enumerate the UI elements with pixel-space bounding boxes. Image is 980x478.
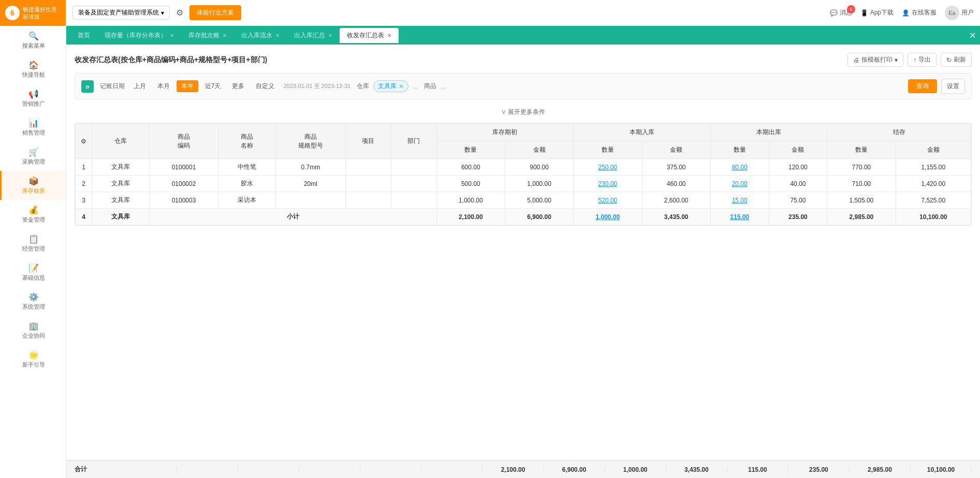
- date-btn-本月[interactable]: 本月: [153, 80, 174, 92]
- expand-more-btn[interactable]: ∨ 展开更多条件: [501, 108, 545, 117]
- user-action[interactable]: Ea 用户: [945, 6, 974, 20]
- sidebar-item-inventory[interactable]: 📦库存核算: [0, 171, 66, 200]
- warehouse-tag-close[interactable]: ✕: [399, 83, 404, 90]
- tab-close-batch-accounts[interactable]: ✕: [223, 33, 227, 38]
- base-info-icon: 📝: [28, 263, 39, 273]
- app-download-action[interactable]: 📱 App下载: [860, 8, 894, 17]
- date-btn-本年[interactable]: 本年: [177, 80, 198, 92]
- date-btn-更多[interactable]: 更多: [227, 80, 249, 92]
- system-select[interactable]: 装备及固定资产辅助管理系统 ▾: [72, 6, 170, 20]
- cell-out-qty[interactable]: 15.00: [710, 192, 769, 209]
- th-settings[interactable]: ⚙: [76, 124, 92, 159]
- th-product-code: 商品编码: [150, 124, 218, 159]
- tabs-bar: 首页现存量（库存分布表）✕库存批次账✕出入库流水✕出入库汇总✕收发存汇总表✕✕: [66, 26, 980, 45]
- message-icon: 💬: [830, 9, 838, 17]
- date-filter-buttons: 上月本月本年近7天更多自定义: [129, 80, 280, 92]
- tab-close-inout-flow[interactable]: ✕: [275, 33, 280, 38]
- sidebar-logo: 6 畅捷通好生意 标准版: [0, 0, 66, 26]
- refresh-icon: ↻: [946, 56, 952, 64]
- enterprise-icon: 🏢: [28, 321, 39, 331]
- sidebar-item-quick-nav[interactable]: 🏠快捷导航: [0, 55, 66, 84]
- filter-expand-btn[interactable]: »: [81, 80, 94, 93]
- tab-label-inout-flow: 出入库流水: [241, 31, 272, 40]
- tab-close-inventory-distribution[interactable]: ✕: [170, 33, 174, 38]
- sidebar-item-purchase[interactable]: 🛒采购管理: [0, 142, 66, 171]
- date-btn-自定义[interactable]: 自定义: [251, 80, 279, 92]
- tab-home[interactable]: 首页: [70, 28, 97, 43]
- sidebar-item-search[interactable]: 🔍搜索菜单: [0, 26, 66, 55]
- date-btn-上月[interactable]: 上月: [129, 80, 151, 92]
- cell-in-amount: 2,600.00: [642, 192, 710, 209]
- cell-out-qty[interactable]: 80.00: [710, 159, 769, 176]
- cell-in-qty[interactable]: 230.00: [574, 176, 642, 192]
- query-btn[interactable]: 查询: [908, 79, 937, 93]
- commodity-filter-section: 商品 ...: [424, 82, 446, 91]
- cell-product-code: 0100001: [150, 159, 218, 176]
- filter-bar: » 记账日期 上月本月本年近7天更多自定义 2023-01-01 至 2023-…: [75, 73, 972, 99]
- cell-opening-amount: 1,000.00: [505, 176, 573, 192]
- tab-close-receive-send-summary[interactable]: ✕: [387, 33, 391, 38]
- chevron-down-icon: ▾: [895, 56, 898, 64]
- footer-placeholder-5: [360, 466, 421, 473]
- settings-icon[interactable]: ⚙: [176, 8, 183, 18]
- message-action[interactable]: 💬 消息 6: [830, 8, 852, 17]
- cell-product-name: 采访本: [218, 192, 275, 209]
- system-icon: ⚙️: [28, 292, 39, 302]
- sidebar-item-newbie[interactable]: 🌟新手引导: [0, 345, 66, 374]
- cell-department: [391, 176, 436, 192]
- cell-product-name: 胶水: [218, 176, 275, 192]
- print-icon: 🖨: [853, 56, 859, 64]
- page-title: 收发存汇总表(按仓库+商品编码+商品+规格型号+项目+部门): [75, 55, 267, 65]
- tab-inventory-distribution[interactable]: 现存量（库存分布表）✕: [97, 28, 181, 43]
- expand-more-label: ∨ 展开更多条件: [501, 108, 545, 117]
- cell-subtotal-label: 小计: [150, 209, 436, 225]
- cell-subtotal-out-qty[interactable]: 115.00: [710, 209, 769, 225]
- tab-receive-send-summary[interactable]: 收发存汇总表✕: [340, 28, 399, 43]
- tabs-close-all[interactable]: ✕: [969, 31, 976, 40]
- th-balance-group: 结存: [827, 124, 971, 141]
- sidebar-item-operations[interactable]: 📋经营管理: [0, 229, 66, 258]
- cell-in-qty[interactable]: 520.00: [574, 192, 642, 209]
- filter-settings-btn[interactable]: 设置: [941, 79, 965, 94]
- tab-close-inout-summary[interactable]: ✕: [328, 33, 332, 38]
- sidebar-item-marketing[interactable]: 📢营销推广: [0, 84, 66, 113]
- online-service-action[interactable]: 👤 在线客服: [902, 8, 937, 17]
- warehouse-tag[interactable]: 文具库 ✕: [373, 80, 408, 92]
- trial-btn[interactable]: 体验行业方案: [189, 5, 241, 20]
- newbie-icon: 🌟: [28, 350, 39, 360]
- tab-inout-flow[interactable]: 出入库流水✕: [234, 28, 287, 43]
- commodity-more[interactable]: ...: [441, 83, 446, 90]
- th-out-qty: 数量: [710, 141, 769, 159]
- cell-out-amount: 40.00: [769, 176, 827, 192]
- sidebar-item-label-quick-nav: 快捷导航: [22, 71, 45, 79]
- export-btn[interactable]: ↑ 导出: [908, 53, 937, 67]
- cell-subtotal-in-amount: 3,435.00: [642, 209, 710, 225]
- sidebar-item-finance[interactable]: 💰资金管理: [0, 200, 66, 229]
- cell-in-qty[interactable]: 250.00: [574, 159, 642, 176]
- cell-warehouse: 文具库: [92, 159, 150, 176]
- date-btn-近7天[interactable]: 近7天: [200, 80, 226, 92]
- chevron-down-icon: ▾: [161, 9, 164, 17]
- print-btn[interactable]: 🖨 按模板打印 ▾: [847, 53, 903, 67]
- footer-in-qty: 1,000.00: [605, 466, 666, 473]
- tab-inout-summary[interactable]: 出入库汇总✕: [287, 28, 340, 43]
- app-download-label: App下载: [870, 8, 894, 17]
- sidebar-item-base-info[interactable]: 📝基础信息: [0, 258, 66, 287]
- footer-cells: 2,100.00 6,900.00 1,000.00 3,435.00 115.…: [116, 466, 972, 473]
- tab-batch-accounts[interactable]: 库存批次账✕: [181, 28, 234, 43]
- footer-balance-qty: 2,985.00: [850, 466, 911, 473]
- system-title: 装备及固定资产辅助管理系统: [78, 8, 159, 17]
- sidebar-item-sales[interactable]: 📊销售管理: [0, 113, 66, 142]
- th-current-in-group: 本期入库: [574, 124, 711, 141]
- sidebar-item-enterprise[interactable]: 🏢企业协同: [0, 316, 66, 345]
- refresh-btn[interactable]: ↻ 刷新: [941, 53, 972, 67]
- warehouse-more[interactable]: ...: [413, 83, 418, 90]
- cell-department: [391, 159, 436, 176]
- sidebar-item-system[interactable]: ⚙️系统管理: [0, 287, 66, 316]
- th-out-amount: 金额: [769, 141, 827, 159]
- cell-out-qty[interactable]: 20.00: [710, 176, 769, 192]
- logo-icon: 6: [5, 6, 20, 20]
- cell-product-code: 0100002: [150, 176, 218, 192]
- sales-icon: 📊: [28, 118, 39, 128]
- cell-subtotal-in-qty[interactable]: 1,000.00: [574, 209, 642, 225]
